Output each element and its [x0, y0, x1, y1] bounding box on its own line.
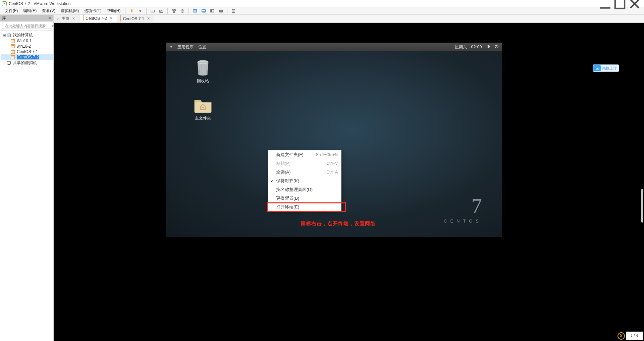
minimize-button[interactable]: [598, 0, 612, 7]
revert-icon[interactable]: [178, 8, 186, 14]
svg-rect-4: [172, 9, 173, 11]
vm-icon: [11, 50, 15, 54]
menu-vm[interactable]: 虚拟机(M): [58, 8, 82, 14]
home-folder-icon[interactable]: 主文件夹: [184, 97, 221, 121]
ctx-open-terminal[interactable]: 打开终端(E): [268, 203, 341, 211]
tab-home-label: 主页: [61, 16, 69, 21]
menu-view[interactable]: 查看(V): [39, 8, 58, 14]
tab-centos-7-1-close[interactable]: ✕: [146, 16, 151, 21]
svg-rect-0: [615, 0, 625, 8]
svg-rect-9: [193, 9, 197, 12]
checkbox-icon: ✔: [270, 179, 274, 183]
tab-centos-7-2[interactable]: CentOS 7-2 ✕: [79, 15, 117, 22]
tab-centos-7-2-label: CentOS 7-2: [86, 16, 107, 21]
main-area: ⌂ 主页 ✕ CentOS 7-2 ✕ CentOS 7-1 ✕ ✦: [54, 15, 644, 341]
snapshot-manager-icon[interactable]: [170, 8, 178, 14]
library-tree: ▣ 我的计算机 Win10-1 win10-2 CentOS 7-1 CentO…: [0, 31, 53, 67]
cloud-icon: ☁: [593, 65, 601, 71]
tab-centos-7-1-label: CentOS 7-1: [123, 16, 144, 21]
desktop-icons: 回收站 主文件夹: [184, 59, 221, 135]
svg-rect-14: [232, 9, 233, 12]
menu-file[interactable]: 文件(F): [2, 8, 20, 14]
trash-icon[interactable]: 回收站: [184, 59, 221, 84]
search-input[interactable]: [5, 24, 51, 28]
vm-icon: [11, 39, 15, 43]
menu-edit[interactable]: 编辑(E): [20, 8, 39, 14]
tree-item-centos-7-1[interactable]: CentOS 7-1: [1, 49, 53, 54]
thumbnail-bar-icon[interactable]: [229, 8, 237, 14]
vm-icon: [11, 55, 15, 59]
svg-point-3: [161, 10, 162, 12]
ctx-select-all[interactable]: 全选(A) Ctrl+A: [268, 168, 341, 177]
menu-tabs[interactable]: 选项卡(T): [82, 8, 104, 14]
ctx-change-background[interactable]: 更换背景(B): [268, 194, 341, 203]
library-title: 库: [2, 15, 6, 21]
ctx-paste: 粘贴(P) Ctrl+V: [268, 159, 341, 168]
library-search: ▾: [0, 21, 53, 31]
shared-icon: [6, 61, 11, 65]
computer-icon: [7, 34, 11, 37]
tab-home-close[interactable]: ✕: [71, 16, 76, 21]
toolbar-dropdown[interactable]: ▾: [136, 8, 144, 14]
watermark-icon: X: [618, 332, 625, 340]
gnome-time: 02:09: [471, 45, 482, 49]
toolbar: II ▾: [127, 8, 237, 14]
gnome-top-bar: ✦ 应用程序 位置 星期六 02:09: [166, 43, 502, 51]
svg-rect-13: [232, 9, 235, 12]
stretch-icon[interactable]: [217, 8, 225, 14]
ctx-new-folder[interactable]: 新建文件夹(F) Shift+Ctrl+N: [268, 150, 341, 159]
ctx-keep-aligned[interactable]: ✔ 保持对齐(K): [268, 177, 341, 185]
vm-icon: [11, 44, 15, 48]
pause-button[interactable]: II: [127, 8, 136, 14]
power-icon[interactable]: [494, 44, 499, 50]
watermark: X 创新互联 CDCXHL.COM: [618, 332, 642, 340]
tab-centos-7-2-close[interactable]: ✕: [109, 16, 113, 20]
tree-item-centos-7-2[interactable]: CentOS 7-2: [1, 54, 53, 60]
gnome-applications[interactable]: 应用程序: [177, 44, 194, 50]
ctx-organize-by-name[interactable]: 按名称整理桌面(D): [268, 185, 341, 194]
upload-badge[interactable]: ☁ 拖拽上传: [593, 64, 619, 72]
maximize-button[interactable]: [612, 0, 627, 7]
centos-logo: 7 CENTOS: [444, 194, 482, 224]
app-icon: P: [2, 1, 7, 6]
desktop-context-menu: 新建文件夹(F) Shift+Ctrl+N 粘贴(P) Ctrl+V 全选(A)…: [268, 150, 341, 212]
vm-viewer[interactable]: ✦ 应用程序 位置 星期六 02:09: [54, 23, 644, 341]
vm-tab-icon: [83, 16, 84, 21]
tree-root-shared[interactable]: ▫ 共享的虚拟机: [1, 60, 53, 66]
console-view-icon[interactable]: [208, 8, 216, 14]
close-button[interactable]: [627, 0, 642, 7]
activities-icon[interactable]: ✦: [169, 45, 173, 49]
gnome-day: 星期六: [455, 44, 467, 50]
send-ctrl-alt-del-icon[interactable]: [149, 8, 157, 14]
svg-rect-11: [211, 9, 214, 12]
svg-rect-6: [173, 11, 174, 12]
snapshot-icon[interactable]: [157, 8, 165, 14]
annotation-text: 鼠标右击，点开终端，设置网络: [301, 221, 376, 227]
tab-home[interactable]: ⌂ 主页 ✕: [54, 15, 79, 22]
fullscreen-icon[interactable]: [191, 8, 199, 14]
tab-centos-7-1[interactable]: CentOS 7-1 ✕: [117, 15, 154, 22]
tree-root-my-computer[interactable]: ▣ 我的计算机: [1, 32, 53, 38]
menubar: 文件(F) 编辑(E) 查看(V) 虚拟机(M) 选项卡(T) 帮助(H) II…: [0, 7, 644, 15]
window-title: CentOS 7-2 - VMware Workstation: [9, 1, 71, 6]
tab-bar: ⌂ 主页 ✕ CentOS 7-2 ✕ CentOS 7-1 ✕: [54, 15, 644, 23]
volume-icon[interactable]: [486, 44, 490, 50]
tree-item-win10-2[interactable]: win10-2: [1, 44, 53, 49]
library-header: 库 ✕: [0, 15, 53, 21]
unity-icon[interactable]: [200, 8, 208, 14]
close-library-button[interactable]: ✕: [48, 16, 51, 20]
home-icon: ⌂: [57, 16, 59, 21]
svg-rect-5: [174, 9, 175, 11]
scrollbar-thumb[interactable]: [641, 189, 643, 223]
vm-tab-icon: [120, 16, 121, 21]
home-folder-label: 主文件夹: [195, 115, 211, 121]
svg-rect-16: [7, 62, 10, 64]
trash-label: 回收站: [197, 78, 209, 84]
gnome-places[interactable]: 位置: [198, 44, 206, 50]
library-sidebar: 库 ✕ ▾ ▣ 我的计算机 Win10-1 win10-2 CentOS 7-1…: [0, 15, 54, 341]
menu-help[interactable]: 帮助(H): [104, 8, 123, 14]
tree-item-win10-1[interactable]: Win10-1: [1, 38, 53, 44]
window-titlebar: P CentOS 7-2 - VMware Workstation: [0, 0, 644, 7]
